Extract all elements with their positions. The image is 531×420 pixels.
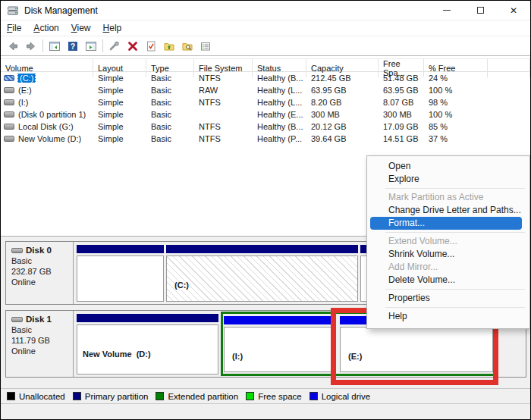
task-check-button[interactable] [142, 38, 160, 55]
volume-label: (Disk 0 partition 1) [18, 110, 86, 119]
toolbar-separator [102, 39, 103, 52]
menu-item-delete-volume[interactable]: Delete Volume... [367, 274, 529, 287]
cell-pct-free: 85 % [424, 122, 488, 131]
action-pane-icon [85, 40, 97, 52]
cell-fs: NTFS [194, 134, 253, 143]
menu-item-format[interactable]: Format... [370, 217, 522, 230]
legend-label: Extended partition [168, 392, 238, 401]
menu-separator [385, 232, 525, 233]
cell-pct-free: 100 % [424, 86, 488, 95]
column-header-empty [488, 59, 530, 77]
action-pane-button[interactable] [82, 38, 100, 55]
volume-row-new-volume-d[interactable]: New Volume (D:) Simple Basic NTFS Health… [1, 133, 530, 145]
menu-item-add-mirror: Add Mirror... [367, 261, 529, 274]
folder-up-icon [163, 40, 175, 52]
menu-action[interactable]: Action [27, 21, 64, 35]
menu-bar: File Action View Help [1, 20, 530, 36]
back-icon [7, 40, 19, 52]
disk-size: 232.87 GB [11, 267, 73, 276]
title-bar: Disk Management ✕ [1, 1, 530, 20]
folder-open-button[interactable] [160, 38, 178, 55]
tool-button[interactable] [105, 38, 124, 55]
toolbar-separator [42, 39, 43, 52]
cell-free: 8.07 GB [379, 98, 424, 107]
folder-search-icon [181, 40, 193, 52]
help-button[interactable]: ? [64, 38, 82, 55]
cell-layout: Simple [93, 98, 146, 107]
menu-item-open[interactable]: Open [367, 160, 529, 173]
volume-row-disk0-partition1[interactable]: (Disk 0 partition 1) Simple Basic Health… [1, 108, 530, 121]
primary-partition-swatch [73, 392, 81, 400]
maximize-button[interactable] [463, 1, 497, 20]
partition-d[interactable]: New Volume (D:) 39.64 GB NTFS Healthy (P… [77, 314, 218, 375]
cell-status: Healthy (L... [253, 86, 306, 95]
cell-capacity: 212.45 GB [306, 74, 379, 83]
folder-explore-button[interactable] [178, 38, 196, 55]
logical-drive-band [224, 316, 335, 324]
legend-primary-partition: Primary partition [73, 392, 149, 401]
partition-efi[interactable]: 300 MB Healthy (EFI System P [77, 245, 164, 302]
cell-free: 14.51 GB [379, 134, 424, 143]
disk-status: Online [11, 346, 73, 356]
partition-name: (C:) [172, 280, 357, 290]
list-options-button[interactable] [196, 38, 215, 55]
volume-row-i[interactable]: (I:) Simple Basic NTFS Healthy (L... 8.2… [1, 96, 530, 108]
menu-item-explore[interactable]: Explore [367, 173, 529, 186]
menu-view[interactable]: View [65, 21, 97, 35]
primary-partition-band [166, 245, 358, 253]
menu-item-properties[interactable]: Properties [367, 292, 529, 305]
unallocated-swatch [7, 392, 15, 400]
volume-label: (E:) [18, 86, 32, 95]
maximize-icon [477, 7, 484, 14]
help-icon: ? [67, 40, 79, 52]
legend-label: Primary partition [85, 392, 149, 401]
minimize-button[interactable] [430, 1, 463, 20]
partition-c[interactable]: (C:) 212.45 GB NTFS Healthy (Boot, Page … [166, 245, 358, 302]
disk-1-info[interactable]: Disk 1 Basic 111.79 GB Online [6, 311, 74, 377]
cell-layout: Simple [93, 134, 146, 143]
menu-item-extend-volume: Extend Volume... [367, 235, 529, 248]
volume-label-selected: (C:) [18, 74, 35, 83]
cell-capacity: 8.20 GB [306, 98, 379, 107]
cell-layout: Simple [93, 110, 146, 119]
forward-icon [25, 40, 37, 52]
menu-file[interactable]: File [1, 21, 27, 35]
partition-name: New Volume (D:) [83, 349, 218, 359]
legend-label: Free space [258, 392, 302, 401]
volume-icon [4, 136, 14, 142]
legend-logical-drive: Logical drive [309, 392, 371, 401]
back-button[interactable] [4, 38, 22, 55]
cell-free: 17.09 GB [379, 122, 424, 131]
legend-label: Logical drive [322, 392, 371, 401]
tool-icon [108, 40, 121, 52]
disk-status: Online [11, 277, 73, 287]
cell-capacity: 63.95 GB [306, 86, 379, 95]
volume-icon [4, 99, 14, 105]
menu-item-help[interactable]: Help [367, 310, 529, 323]
disk-kind: Basic [11, 325, 73, 334]
context-menu: Open Explore Mark Partition as Active Ch… [366, 155, 530, 329]
toolbar: ? [1, 36, 530, 56]
disk-label: Disk 0 [26, 246, 52, 255]
partition-i[interactable]: (I:) 8.20 GB NTFS Healthy (Logical Drive… [224, 316, 335, 372]
cell-type: Basic [146, 110, 194, 119]
console-tree-button[interactable] [46, 38, 64, 55]
menu-item-mark-partition-active: Mark Partition as Active [367, 191, 529, 204]
close-button[interactable]: ✕ [497, 1, 530, 20]
cell-pct-free: 37 % [424, 134, 488, 143]
cell-free: 51.48 GB [379, 74, 424, 83]
extended-partition-swatch [156, 392, 164, 400]
volume-row-e[interactable]: (E:) Simple Basic RAW Healthy (L... 63.9… [1, 84, 530, 96]
volume-row-local-disk-g[interactable]: Local Disk (G:) Simple Basic NTFS Health… [1, 121, 530, 133]
menu-help[interactable]: Help [97, 21, 128, 35]
disk-label: Disk 1 [26, 315, 52, 324]
delete-x-icon [127, 40, 139, 52]
volume-row-c[interactable]: (C:) Simple Basic NTFS Healthy (B... 212… [1, 72, 530, 84]
disk-icon [11, 248, 23, 253]
forward-button[interactable] [22, 38, 40, 55]
disk-icon [11, 317, 23, 322]
disk-0-info[interactable]: Disk 0 Basic 232.87 GB Online [6, 242, 74, 304]
menu-item-shrink-volume[interactable]: Shrink Volume... [367, 248, 529, 261]
delete-volume-button[interactable] [124, 38, 142, 55]
menu-item-change-drive-letter[interactable]: Change Drive Letter and Paths... [367, 204, 529, 217]
